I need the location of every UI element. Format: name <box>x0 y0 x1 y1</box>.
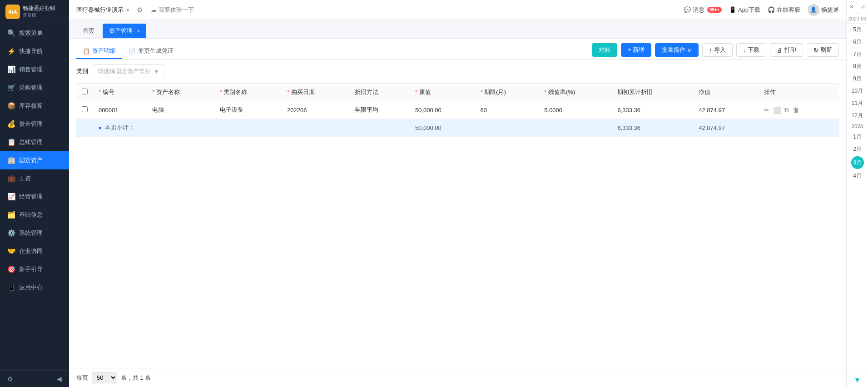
batch-ops-button[interactable]: 批量操作 ∨ <box>655 43 699 57</box>
online-service-label: 在线客服 <box>777 6 800 14</box>
month-9[interactable]: 9月 <box>847 73 868 85</box>
sub-tab-asset-detail[interactable]: 📋 资产明细 <box>76 44 122 59</box>
cell-original-value: 50,000.00 <box>410 101 475 119</box>
col-header-category: 类别名称 <box>214 84 282 101</box>
category-filter-select[interactable]: 请选择固定资产类别 ▼ <box>93 64 164 78</box>
payroll-icon: 💼 <box>7 174 15 183</box>
content-area: 📋 资产明细 📄 变更生成凭证 对账 + 新增 批量操作 ∨ ↑ 导入 <box>69 39 846 387</box>
app-download-button[interactable]: 📱 App下载 <box>729 6 760 14</box>
sidebar-item-system[interactable]: ⚙️ 系统管理 <box>0 224 69 242</box>
sidebar-item-purchase[interactable]: 🛒 采购管理 <box>0 79 69 97</box>
sidebar-item-basic-info[interactable]: 🗂️ 基础信息 <box>0 206 69 224</box>
month-6[interactable]: 6月 <box>847 36 868 48</box>
subtotal-salvage-empty <box>539 119 612 137</box>
user-area[interactable]: 👤 畅捷通 <box>808 4 839 16</box>
total-count-label: 条，共 1 条 <box>121 374 151 382</box>
print-button[interactable]: 🖨 打印 <box>770 43 803 57</box>
sub-tab-change-voucher[interactable]: 📄 变更生成凭证 <box>122 44 180 59</box>
print-icon: 🖨 <box>777 47 783 54</box>
sidebar-item-enterprise[interactable]: 🤝 企业协同 <box>0 242 69 260</box>
month-11[interactable]: 11月 <box>847 97 868 109</box>
month-12[interactable]: 12月 <box>847 109 868 122</box>
subtotal-label: 本页小计： <box>105 124 134 131</box>
app-edition: 普及版 <box>23 12 55 19</box>
copy-icon[interactable]: ⬜ <box>773 106 781 114</box>
messages-button[interactable]: 💬 消息 99++ <box>684 6 722 14</box>
company-selector[interactable]: 医疗器械行业演示 ▼ <box>76 6 130 14</box>
duplicate-icon[interactable]: ⧉ <box>784 106 789 114</box>
sidebar-item-app-center-label: 应用中心 <box>19 283 43 292</box>
month-8[interactable]: 8月 <box>847 60 868 73</box>
month-1[interactable]: 1月 <box>847 131 868 143</box>
subtotal-icon: ■ <box>99 125 102 130</box>
month-3-current[interactable]: 3月 <box>851 156 864 169</box>
right-panel: ✕ ⤢ 2023.03 5月 6月 7月 8月 9月 10月 11月 12月 2… <box>846 0 868 387</box>
tab-asset-management[interactable]: 资产管理 × <box>103 24 146 38</box>
topbar-right: 💬 消息 99++ 📱 App下载 🎧 在线客服 👤 畅捷通 <box>684 4 839 16</box>
tab-close-icon[interactable]: × <box>137 28 140 34</box>
sidebar-item-inventory[interactable]: 📦 库存核算 <box>0 97 69 115</box>
page-size-select[interactable]: 50 100 200 <box>92 372 117 383</box>
sidebar-item-operations[interactable]: 📈 经营管理 <box>0 188 69 206</box>
collapse-icon[interactable]: ◀ <box>57 375 62 382</box>
panel-collapse-icon[interactable]: ✕ <box>848 3 855 11</box>
experience-button[interactable]: ☁ 我要体验一下 <box>151 6 194 14</box>
reconcile-button[interactable]: 对账 <box>592 43 617 57</box>
app-download-icon: 📱 <box>729 6 736 13</box>
edit-icon[interactable]: ✏ <box>764 106 769 114</box>
asset-table: 编号 资产名称 类别名称 购买日期 折旧方法 原值 期限(月) 残值率(%) 期… <box>76 83 839 137</box>
asset-detail-icon: 📋 <box>83 48 90 55</box>
add-new-button[interactable]: + 新增 <box>621 43 651 57</box>
refresh-button[interactable]: ↻ 刷新 <box>807 43 839 57</box>
settings-gear-icon[interactable]: ⚙ <box>137 6 143 14</box>
month-5[interactable]: 5月 <box>847 24 868 36</box>
tabs-bar: 首页 资产管理 × <box>69 20 846 39</box>
panel-bottom-icon[interactable]: ▼ <box>854 376 861 384</box>
col-header-period: 期限(月) <box>475 84 539 101</box>
main-area: 医疗器械行业演示 ▼ ⚙ ☁ 我要体验一下 💬 消息 99++ 📱 App下载 … <box>69 0 846 387</box>
sidebar-item-search[interactable]: 🔍 搜索菜单 <box>0 24 69 42</box>
year-label: 2023.03 <box>847 14 868 24</box>
cell-accumulated-depreciation: 6,333.36 <box>612 101 693 119</box>
cell-purchase-date: 202206 <box>282 101 349 119</box>
sidebar-item-app-center[interactable]: 📱 应用中心 <box>0 278 69 297</box>
print-label: 打印 <box>784 46 796 54</box>
sidebar-item-ledger[interactable]: 📋 总账管理 <box>0 133 69 151</box>
select-all-checkbox[interactable] <box>82 89 88 94</box>
sidebar-item-quick-nav[interactable]: ⚡ 快捷导航 <box>0 42 69 60</box>
subtotal-label-cell: ■ 本页小计： <box>93 119 410 137</box>
month-2[interactable]: 2月 <box>847 143 868 155</box>
settings-icon[interactable]: ⚙ <box>7 375 13 382</box>
online-service-icon: 🎧 <box>768 6 775 13</box>
subtotal-accumulated-depreciation: 6,333.36 <box>612 119 693 137</box>
refresh-label: 刷新 <box>820 46 832 54</box>
month-4[interactable]: 4月 <box>847 170 868 182</box>
finance-icon: 💰 <box>7 120 15 128</box>
online-service-button[interactable]: 🎧 在线客服 <box>768 6 800 14</box>
import-button[interactable]: ↑ 导入 <box>702 43 733 57</box>
panel-expand-icon[interactable]: ⤢ <box>860 3 866 11</box>
sidebar-item-enterprise-label: 企业协同 <box>19 247 43 255</box>
table-footer: 每页 50 100 200 条，共 1 条 <box>69 368 846 387</box>
sidebar-item-sales[interactable]: 📊 销售管理 <box>0 60 69 79</box>
col-header-original-value: 原值 <box>410 84 475 101</box>
row-checkbox[interactable] <box>82 106 88 112</box>
app-name: 畅捷通好业财 <box>23 5 55 12</box>
month-10[interactable]: 10月 <box>847 85 868 97</box>
sidebar-item-payroll[interactable]: 💼 工资 <box>0 169 69 188</box>
col-header-name: 资产名称 <box>147 84 214 101</box>
sidebar-item-fixed-assets[interactable]: 🏢 固定资产 <box>0 151 69 169</box>
sidebar-item-finance[interactable]: 💰 资金管理 <box>0 115 69 133</box>
sub-tabs: 📋 资产明细 📄 变更生成凭证 对账 + 新增 批量操作 ∨ ↑ 导入 <box>69 39 846 60</box>
delete-icon[interactable]: 🗑 <box>793 106 799 114</box>
sidebar: AtA 畅捷通好业财 普及版 🔍 搜索菜单 ⚡ 快捷导航 📊 销售管理 🛒 采购… <box>0 0 69 387</box>
month-list: 5月 6月 7月 8月 9月 10月 11月 12月 2023 1月 2月 3月… <box>847 24 868 373</box>
tab-home[interactable]: 首页 <box>76 24 101 38</box>
month-7[interactable]: 7月 <box>847 48 868 60</box>
sidebar-logo: AtA 畅捷通好业财 普及版 <box>0 0 69 24</box>
download-button[interactable]: ↓ 下载 <box>736 43 767 57</box>
sidebar-item-guide[interactable]: 🎯 新手引导 <box>0 260 69 278</box>
quick-nav-icon: ⚡ <box>7 47 15 55</box>
company-dropdown-arrow: ▼ <box>125 7 130 13</box>
change-voucher-icon: 📄 <box>129 48 136 55</box>
